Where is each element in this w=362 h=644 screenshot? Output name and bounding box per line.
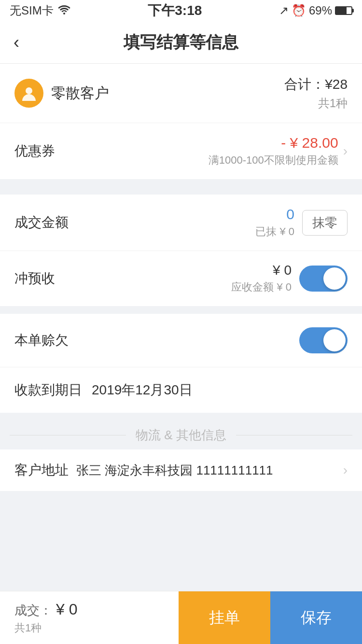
prepayment-row: 冲预收 ¥ 0 应收金额 ¥ 0 <box>0 251 362 306</box>
duedate-label: 收款到期日 <box>14 381 82 399</box>
location-icon: ↗ <box>279 4 289 17</box>
coupon-value-col: - ¥ 28.00 满1000-100不限制使用金额 <box>209 135 338 168</box>
prepayment-sub: 应收金额 ¥ 0 <box>231 280 292 294</box>
bottom-summary: 成交： ¥ 0 共1种 <box>0 601 179 635</box>
debt-row: 本单赊欠 <box>0 314 362 367</box>
prepayment-right: ¥ 0 应收金额 ¥ 0 <box>231 263 348 294</box>
coupon-row[interactable]: 优惠券 - ¥ 28.00 满1000-100不限制使用金额 › <box>0 123 362 179</box>
address-section: 客户地址 张三 海淀永丰科技园 11111111111 › <box>0 449 362 491</box>
address-chevron-icon: › <box>343 462 348 478</box>
address-label: 客户地址 <box>14 461 69 479</box>
logistics-line-left <box>10 435 126 435</box>
prepayment-toggle[interactable] <box>299 266 348 292</box>
coupon-label: 优惠券 <box>14 142 55 160</box>
transaction-value-col: 0 已抹 ¥ 0 <box>255 206 294 239</box>
chevron-right-icon: › <box>343 143 348 159</box>
prepayment-value: ¥ 0 <box>231 263 292 278</box>
customer-row: 零散客户 合计：¥28 共1种 <box>0 64 362 123</box>
customer-count: 共1种 <box>284 96 348 111</box>
section-divider-1 <box>0 187 362 195</box>
duedate-value: 2019年12月30日 <box>92 381 193 399</box>
bottom-summary-amount: ¥ 0 <box>56 601 77 618</box>
hold-button[interactable]: 挂单 <box>179 591 270 644</box>
battery-icon <box>335 6 352 15</box>
bottom-bar: 成交： ¥ 0 共1种 挂单 保存 <box>0 591 362 644</box>
prepayment-label: 冲预收 <box>14 269 72 288</box>
address-row[interactable]: 客户地址 张三 海淀永丰科技园 11111111111 › <box>0 449 362 491</box>
transaction-value: 0 <box>255 206 294 223</box>
content: 零散客户 合计：¥28 共1种 优惠券 - ¥ 28.00 满1000-100不… <box>0 64 362 644</box>
section-divider-3 <box>0 413 362 420</box>
bottom-summary-main: 成交： ¥ 0 <box>14 601 164 619</box>
toggle-knob <box>323 267 346 290</box>
status-left: 无SIM卡 <box>10 3 71 18</box>
battery-percent: 69% <box>309 4 332 17</box>
round-zero-button[interactable]: 抹零 <box>302 210 348 236</box>
transaction-row: 成交金额 0 已抹 ¥ 0 抹零 <box>0 195 362 251</box>
customer-total: 合计：¥28 <box>284 75 348 94</box>
wifi-icon <box>57 4 71 17</box>
logistics-section-header: 物流 & 其他信息 <box>0 420 362 449</box>
customer-total-info: 合计：¥28 共1种 <box>284 75 348 111</box>
debt-label: 本单赊欠 <box>14 331 69 350</box>
debt-toggle-knob <box>323 329 346 351</box>
nav-bar: ‹ 填写结算等信息 <box>0 21 362 64</box>
status-bar: 无SIM卡 下午3:18 ↗ ⏰ 69% <box>0 0 362 21</box>
customer-info: 零散客户 <box>14 79 109 108</box>
spacer <box>0 499 362 595</box>
coupon-right: - ¥ 28.00 满1000-100不限制使用金额 › <box>209 135 348 168</box>
avatar <box>14 79 43 108</box>
status-time: 下午3:18 <box>148 1 202 20</box>
logistics-text: 物流 & 其他信息 <box>136 427 226 444</box>
status-right: ↗ ⏰ 69% <box>279 4 352 17</box>
debt-section: 本单赊欠 收款到期日 2019年12月30日 <box>0 314 362 413</box>
customer-section: 零散客户 合计：¥28 共1种 优惠券 - ¥ 28.00 满1000-100不… <box>0 64 362 179</box>
save-button[interactable]: 保存 <box>270 591 362 644</box>
transaction-right: 0 已抹 ¥ 0 抹零 <box>255 206 348 239</box>
coupon-amount: - ¥ 28.00 <box>209 135 338 151</box>
bottom-summary-label: 成交： <box>14 602 52 619</box>
section-divider-2 <box>0 306 362 314</box>
sim-text: 无SIM卡 <box>10 3 54 18</box>
coupon-desc: 满1000-100不限制使用金额 <box>209 153 338 168</box>
customer-name: 零散客户 <box>51 84 109 103</box>
back-button[interactable]: ‹ <box>14 32 19 53</box>
transaction-label: 成交金额 <box>14 213 72 232</box>
prepayment-value-col: ¥ 0 应收金额 ¥ 0 <box>231 263 292 294</box>
alarm-icon: ⏰ <box>292 4 306 17</box>
duedate-row: 收款到期日 2019年12月30日 <box>0 367 362 413</box>
transaction-sub: 已抹 ¥ 0 <box>255 224 294 239</box>
debt-toggle[interactable] <box>299 327 348 353</box>
page-title: 填写结算等信息 <box>124 31 238 54</box>
address-value: 张三 海淀永丰科技园 11111111111 <box>76 462 335 479</box>
bottom-summary-count: 共1种 <box>14 621 164 635</box>
form-section: 成交金额 0 已抹 ¥ 0 抹零 冲预收 ¥ 0 应收金额 ¥ 0 <box>0 195 362 306</box>
svg-point-0 <box>26 87 32 94</box>
logistics-line-right <box>236 435 352 435</box>
